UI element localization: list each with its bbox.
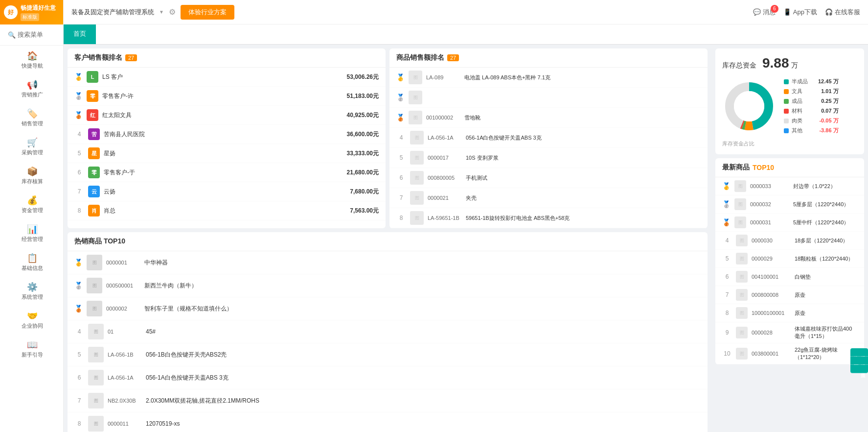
rank-number: 4 (722, 237, 732, 244)
legend-item: 半成品 12.45 万 (784, 78, 839, 85)
logo-icon: 好 (4, 5, 18, 19)
sidebar-item-operations[interactable]: 📊 经营管理 (0, 219, 63, 248)
nav-label-inventory: 库存核算 (22, 178, 43, 185)
hot-product-image: 图 (88, 324, 104, 339)
rank-number: 7 (74, 188, 84, 195)
rank-number: 4 (74, 131, 84, 138)
inventory-legend: 半成品 12.45 万 文具 1.01 万 成品 0.25 万 材料 0.07 … (784, 78, 839, 134)
product-image: 图 (409, 111, 422, 124)
rank-number: 7 (74, 397, 84, 404)
service-label: 在线客服 (835, 8, 860, 17)
sidebar-item-guide[interactable]: 📖 新手引导 (0, 335, 63, 363)
legend-category-value: 12.45 万 (814, 78, 839, 85)
customer-name: 星扬 (104, 149, 343, 158)
hot-product-item: 7 图 NB2.0X30B 2.0X30MM双搓花轴,搓花直径2.1MM/ROH… (68, 389, 708, 412)
sidebar-item-sales[interactable]: 🏷️ 销售管理 (0, 103, 63, 132)
newest-products-header: 最新商品 TOP10 (715, 158, 864, 177)
hot-product-code: NB2.0X30B (108, 398, 142, 404)
customer-avatar: 苦 (88, 128, 100, 140)
hot-product-item: 🥈 图 000500001 新西兰牛肉（新牛） (68, 274, 708, 297)
online-service-button[interactable]: 🎧 在线客服 (825, 8, 860, 17)
service-community-button[interactable]: 服务社区 (850, 357, 868, 365)
customer-avatar: 零 (87, 90, 98, 102)
nav-label-finance: 资金管理 (22, 207, 43, 214)
product-rank-item: 5 图 0000017 10S 变刹罗浆 (389, 148, 708, 168)
customer-ranking-header: 客户销售额排名 27 (68, 48, 386, 68)
inventory-title: 库存总资金 (722, 61, 756, 70)
sidebar-item-coop[interactable]: 🤝 企业协同 (0, 306, 63, 335)
medal-icon: 🥈 (396, 94, 405, 101)
rank-number: 6 (396, 174, 406, 181)
hot-product-item: 8 图 0000011 12070519-xs (68, 412, 708, 432)
system-title: 装备及固定资产辅助管理系统 (71, 8, 154, 17)
sidebar-item-finance[interactable]: 💰 资金管理 (0, 190, 63, 219)
customer-value: 53,006.26元 (347, 73, 379, 81)
nav-icon-guide: 📖 (27, 339, 38, 350)
search-menu-button[interactable]: 🔍 搜索菜单 (4, 28, 59, 41)
product-image: 图 (410, 211, 424, 225)
mid-col: 客户销售额排名 27 🥇 L LS 客户 53,006.26元🥈 零 零售客户-… (64, 45, 711, 432)
hot-product-image: 图 (88, 416, 104, 432)
newest-product-name: 白钢垫 (795, 273, 857, 281)
customer-avatar: 红 (87, 109, 98, 121)
product-rank-item: 7 图 0000021 夹壳 (389, 188, 708, 208)
customer-avatar: 零 (88, 167, 100, 178)
customer-value: 7,563.00元 (350, 207, 379, 215)
hot-product-code: 000500001 (106, 283, 140, 288)
tab-home[interactable]: 首页 (64, 24, 96, 44)
legend-category-value: -3.86 万 (815, 127, 838, 134)
cs-hotline-button[interactable]: 客服热线 (850, 348, 868, 357)
app-download-button[interactable]: 📱 App下载 (783, 8, 817, 17)
hot-product-code: 01 (108, 329, 142, 335)
product-code: 0000021 (428, 195, 462, 201)
newest-product-item: 7 图 000800008 原壶 (715, 286, 864, 304)
legend-color-dot (784, 79, 789, 84)
customer-value: 40,925.00元 (347, 111, 379, 120)
newest-products-title: 最新商品 (722, 163, 750, 172)
hot-product-item: 4 图 01 45# (68, 320, 708, 343)
inventory-unit: 万 (791, 61, 798, 70)
hot-product-image: 图 (88, 347, 104, 362)
customer-name: 红太阳文具 (102, 111, 343, 120)
product-rank-item: 8 图 LA-59651-1B 59651-1B旋转投影灯电池盒 ABS黑色+5… (389, 208, 708, 228)
nav-label-operations: 经营管理 (22, 236, 43, 243)
message-button[interactable]: 💬 消息 6 (753, 8, 776, 17)
rank-number: 5 (396, 154, 406, 161)
customer-rank-item: 7 云 云扬 7,680.00元 (68, 182, 386, 201)
hot-products-card: 热销商品 TOP10 🥇 图 0000001 中华神器🥈 图 000500001… (68, 232, 708, 432)
hot-product-code: LA-056-1A (108, 375, 142, 381)
trial-button[interactable]: 体验行业方案 (181, 5, 234, 20)
float-buttons: 客服热线 服务社区 直播 (850, 348, 868, 373)
newest-product-image: 图 (736, 289, 748, 301)
logo-text-area: 畅捷通好生意 标准版 (21, 4, 56, 21)
rank-number: 7 (396, 194, 406, 201)
hot-products-list: 🥇 图 0000001 中华神器🥈 图 000500001 新西兰牛肉（新牛）🥉… (68, 251, 708, 432)
legend-color-dot (784, 109, 789, 114)
customer-rank-item: 8 肖 肖总 7,563.00元 (68, 201, 386, 220)
sidebar-item-purchase[interactable]: 🛒 采购管理 (0, 132, 63, 161)
product-ranking-title: 商品销售额排名 (396, 53, 444, 62)
logo-badge: 标准版 (21, 13, 39, 21)
product-rank-item: 6 图 000800005 手机测试 (389, 168, 708, 188)
medal-icon: 🥈 (74, 282, 83, 289)
newest-product-name: 5厘多层（1220*2440） (793, 201, 857, 208)
settings-icon[interactable]: ⚙ (169, 7, 176, 17)
nav-label-quicknav: 快捷导航 (22, 62, 43, 70)
customer-rank-item: 6 零 零售客户-于 21,680.00元 (68, 163, 386, 182)
rank-number: 9 (722, 329, 732, 336)
newest-product-item: 🥉 图 0000031 5厘中纤（1220*2440） (715, 214, 864, 232)
newest-product-code: 0000031 (750, 219, 789, 225)
sidebar-nav: 🏠 快捷导航📢 营销推广🏷️ 销售管理🛒 采购管理📦 库存核算💰 资金管理📊 经… (0, 46, 63, 432)
customer-value: 33,333.00元 (347, 149, 379, 158)
sidebar-item-basic[interactable]: 📋 基础信息 (0, 248, 63, 277)
rank-number: 6 (74, 374, 84, 381)
sidebar-item-system[interactable]: ⚙️ 系统管理 (0, 277, 63, 306)
sidebar-item-inventory[interactable]: 📦 库存核算 (0, 161, 63, 190)
app-label: App下载 (793, 8, 817, 17)
sidebar-item-quicknav[interactable]: 🏠 快捷导航 (0, 46, 63, 74)
sidebar-item-marketing[interactable]: 📢 营销推广 (0, 74, 63, 103)
live-button[interactable]: 直播 (850, 365, 868, 373)
phone-icon: 📱 (783, 8, 791, 16)
product-code: 001000002 (426, 115, 460, 120)
dropdown-arrow-icon[interactable]: ▼ (159, 9, 164, 15)
